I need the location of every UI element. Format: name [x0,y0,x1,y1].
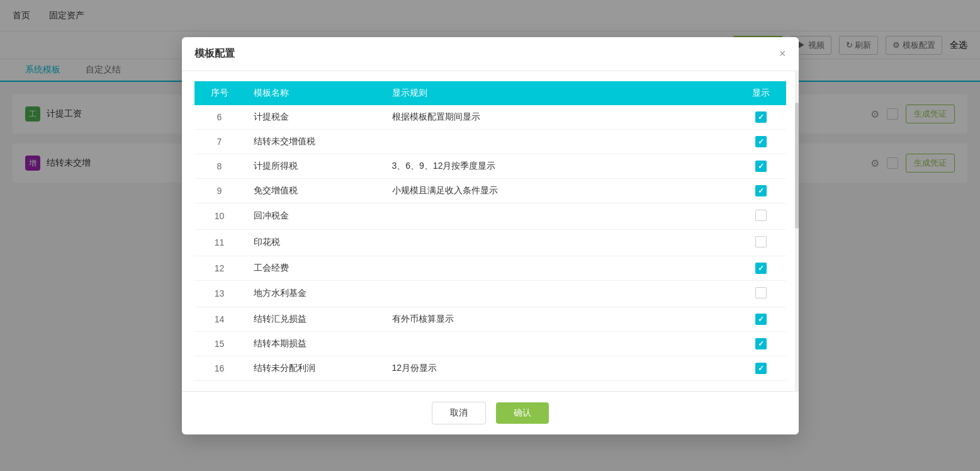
cell-name: 结转未交增值税 [245,129,383,154]
display-checkbox[interactable] [755,185,767,196]
display-checkbox[interactable] [755,287,767,298]
cell-display [736,256,786,280]
table-row: 14结转汇兑损益有外币核算显示 [194,307,786,331]
cell-display [736,229,786,256]
scrollbar-track [795,71,799,391]
col-header-display: 显示 [736,81,786,105]
cell-no: 8 [194,154,245,178]
modal-close-button[interactable]: × [779,48,786,59]
modal-footer: 取消 确认 [182,391,799,434]
cell-no: 10 [194,203,245,229]
display-checkbox[interactable] [755,161,767,172]
table-header-row: 序号 模板名称 显示规则 显示 [194,81,786,105]
cell-name: 工会经费 [245,256,383,280]
cell-rule: 有外币核算显示 [383,307,736,331]
display-checkbox[interactable] [755,210,767,221]
cell-no: 14 [194,307,245,331]
table-row: 9免交增值税小规模且满足收入条件显示 [194,178,786,203]
cell-name: 回冲税金 [245,203,383,229]
table-row: 16结转未分配利润12月份显示 [194,356,786,380]
display-checkbox[interactable] [755,236,767,247]
table-row: 7结转未交增值税 [194,129,786,154]
table-row: 8计提所得税3、6、9、12月按季度显示 [194,154,786,178]
cancel-button[interactable]: 取消 [432,402,486,424]
cell-rule [383,203,736,229]
modal-template-config: 模板配置 × 序号 模板名称 显示规则 显示 6计提税金根据模板配置期间显示7结… [182,37,799,434]
cell-name: 结转本期损益 [245,331,383,356]
cell-rule: 根据模板配置期间显示 [383,105,736,130]
table-row: 6计提税金根据模板配置期间显示 [194,105,786,130]
cell-name: 地方水利基金 [245,280,383,307]
cell-name: 计提所得税 [245,154,383,178]
table-row: 15结转本期损益 [194,331,786,356]
confirm-button[interactable]: 确认 [496,402,549,424]
cell-name: 印花税 [245,229,383,256]
cell-display [736,178,786,203]
cell-display [736,105,786,130]
display-checkbox[interactable] [755,136,767,147]
cell-rule [383,331,736,356]
cell-display [736,203,786,229]
modal-overlay: 模板配置 × 序号 模板名称 显示规则 显示 6计提税金根据模板配置期间显示7结… [0,0,980,471]
table-row: 11印花税 [194,229,786,256]
table-row: 10回冲税金 [194,203,786,229]
cell-rule: 12月份显示 [383,356,736,380]
scrollbar-thumb[interactable] [795,103,799,229]
cell-no: 7 [194,129,245,154]
display-checkbox[interactable] [755,363,767,374]
display-checkbox[interactable] [755,263,767,274]
col-header-name: 模板名称 [245,81,383,105]
cell-no: 9 [194,178,245,203]
display-checkbox[interactable] [755,314,767,325]
config-table: 序号 模板名称 显示规则 显示 6计提税金根据模板配置期间显示7结转未交增值税8… [194,81,786,381]
cell-name: 结转未分配利润 [245,356,383,380]
modal-body: 序号 模板名称 显示规则 显示 6计提税金根据模板配置期间显示7结转未交增值税8… [182,71,799,391]
cell-name: 结转汇兑损益 [245,307,383,331]
cell-no: 11 [194,229,245,256]
cell-no: 6 [194,105,245,130]
cell-no: 12 [194,256,245,280]
cell-rule [383,280,736,307]
cell-display [736,331,786,356]
cell-display [736,307,786,331]
cell-name: 计提税金 [245,105,383,130]
display-checkbox[interactable] [755,338,767,349]
table-row: 12工会经费 [194,256,786,280]
cell-name: 免交增值税 [245,178,383,203]
table-row: 13地方水利基金 [194,280,786,307]
modal-title: 模板配置 [194,47,235,60]
col-header-no: 序号 [194,81,245,105]
cell-no: 16 [194,356,245,380]
cell-display [736,129,786,154]
cell-display [736,280,786,307]
cell-display [736,356,786,380]
cell-rule [383,256,736,280]
cell-rule [383,129,736,154]
cell-rule [383,229,736,256]
cell-display [736,154,786,178]
modal-header: 模板配置 × [182,37,799,71]
cell-no: 15 [194,331,245,356]
display-checkbox[interactable] [755,111,767,123]
cell-rule: 小规模且满足收入条件显示 [383,178,736,203]
cell-rule: 3、6、9、12月按季度显示 [383,154,736,178]
cell-no: 13 [194,280,245,307]
col-header-rule: 显示规则 [383,81,736,105]
